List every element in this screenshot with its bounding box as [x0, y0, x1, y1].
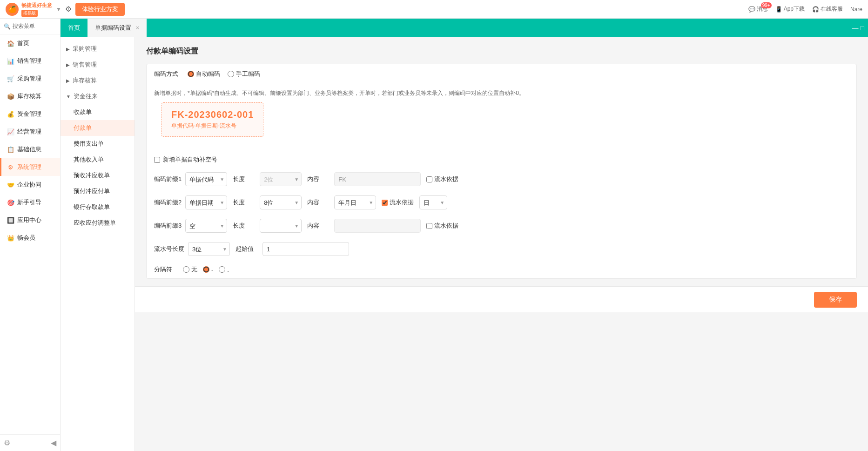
- start-value-input[interactable]: [262, 242, 349, 256]
- sub-group-stock[interactable]: ▶ 库存核算: [61, 73, 135, 88]
- top-bar: 🍊 畅捷通好生意 搭易版 ▼ ⚙ 体验行业方案 💬 消息 99+ 📱 App下载…: [0, 0, 868, 19]
- prefix1-length-label: 长度: [233, 175, 256, 183]
- sidebar-item-home[interactable]: 🏠 首页: [0, 34, 60, 52]
- tab-collapse-button[interactable]: —: [852, 24, 859, 32]
- encode-method-row: 编码方式 自动编码 手工编码: [147, 64, 856, 84]
- sep-none-radio[interactable]: [183, 266, 189, 273]
- manual-encode-radio[interactable]: [228, 71, 234, 77]
- app-center-icon: 🔲: [7, 216, 14, 224]
- auto-fill-checkbox[interactable]: [154, 157, 160, 163]
- tab-home[interactable]: 首页: [61, 19, 87, 37]
- save-button[interactable]: 保存: [814, 292, 857, 308]
- sep-none-option[interactable]: 无: [183, 265, 197, 274]
- serial-row: 流水号长度 3位 4位 5位 ▼ 起始值: [147, 237, 856, 261]
- sub-item-bank-deposit[interactable]: 银行存取款单: [61, 199, 135, 215]
- prefix3-length-select[interactable]: [260, 219, 302, 233]
- tab-expand-button[interactable]: □: [861, 24, 864, 32]
- sub-group-finance[interactable]: ▼ 资金往来: [61, 88, 135, 104]
- sub-item-pre-payment-offset[interactable]: 预付冲应付单: [61, 183, 135, 199]
- tab-encode-settings[interactable]: 单据编码设置 ×: [87, 19, 147, 37]
- prefix2-content-label: 内容: [307, 198, 330, 207]
- message-button[interactable]: 💬 消息 99+: [748, 5, 768, 13]
- guide-icon: 🎯: [7, 199, 14, 206]
- prefix1-serial-label: 流水依据: [434, 175, 458, 183]
- logo-text: 畅捷通好生意 搭易版: [21, 2, 52, 17]
- sep-dot-option[interactable]: .: [219, 266, 229, 273]
- sidebar-item-member[interactable]: 👑 畅会员: [0, 229, 60, 247]
- collapse-sidebar-icon[interactable]: ◀: [51, 438, 56, 447]
- arrow-right-icon: ▶: [66, 62, 70, 67]
- manual-encode-option[interactable]: 手工编码: [228, 70, 260, 78]
- prefix1-length-field: 长度 2位 ▼: [233, 172, 302, 186]
- sidebar-item-finance[interactable]: 💰 资金管理: [0, 105, 60, 123]
- app-download-button[interactable]: 📱 App下载: [775, 5, 805, 13]
- bottom-bar: 保存: [135, 286, 868, 312]
- settings-gear-icon[interactable]: ⚙: [65, 5, 72, 13]
- prefix3-content-field: 内容: [307, 219, 421, 233]
- prefix2-serial-checkbox[interactable]: [382, 200, 388, 206]
- prefix1-select[interactable]: 单据代码 部门 业务员 空: [185, 172, 227, 186]
- arrow-right-icon: ▶: [66, 78, 70, 83]
- prefix1-serial-field: 流水依据: [426, 175, 458, 183]
- sub-item-receipt[interactable]: 收款单: [61, 104, 135, 120]
- prefix2-field: 编码前缀2 单据代码 单据日期 部门 业务员 空 ▼: [154, 195, 227, 209]
- tab-close-icon[interactable]: ×: [136, 25, 139, 31]
- prefix2-length-select[interactable]: 6位 8位: [260, 195, 302, 209]
- sidebar-item-operations[interactable]: 📈 经营管理: [0, 123, 60, 141]
- auto-encode-radio[interactable]: [188, 71, 194, 77]
- finance-icon: 💰: [7, 110, 14, 118]
- online-service-button[interactable]: 🎧 在线客服: [812, 5, 843, 13]
- message-icon: 💬: [748, 6, 755, 13]
- prefix2-select[interactable]: 单据代码 单据日期 部门 业务员 空: [185, 195, 227, 209]
- logo-badge: 搭易版: [21, 10, 38, 17]
- settings-bottom-icon[interactable]: ⚙: [4, 438, 10, 447]
- encode-method-radio-group: 自动编码 手工编码: [188, 70, 260, 78]
- prefix1-field: 编码前缀1 单据代码 部门 业务员 空 ▼: [154, 172, 227, 186]
- prefix3-serial-field: 流水依据: [426, 222, 458, 230]
- sidebar-item-collab[interactable]: 🤝 企业协同: [0, 176, 60, 194]
- sub-item-ar-ap-adjust[interactable]: 应收应付调整单: [61, 215, 135, 231]
- sub-sidebar: ▶ 采购管理 ▶ 销售管理 ▶ 库存核算 ▼ 资金往来 收款单: [61, 37, 135, 451]
- prefix1-length-wrapper: 2位 ▼: [260, 172, 302, 186]
- prefix2-serial-unit-select[interactable]: 日 月 年: [419, 195, 447, 209]
- prefix3-field: 编码前缀3 空 单据代码 单据日期 部门 业务员 ▼: [154, 219, 227, 233]
- expand-arrow[interactable]: ▼: [56, 6, 61, 13]
- sidebar-item-purchase[interactable]: 🛒 采购管理: [0, 70, 60, 88]
- encode-settings-card: 编码方式 自动编码 手工编码: [146, 64, 857, 279]
- search-menu-button[interactable]: 🔍 搜索菜单: [0, 19, 60, 34]
- sep-dash-radio[interactable]: [203, 266, 209, 273]
- sub-item-expense[interactable]: 费用支出单: [61, 136, 135, 152]
- top-bar-controls: ▼ ⚙: [56, 5, 72, 13]
- sidebar-item-sales[interactable]: 📊 销售管理: [0, 52, 60, 70]
- sub-group-purchase[interactable]: ▶ 采购管理: [61, 41, 135, 57]
- separator-row: 分隔符 无 - .: [147, 261, 856, 278]
- member-icon: 👑: [7, 234, 14, 242]
- sep-dash-option[interactable]: -: [203, 266, 213, 273]
- sidebar-item-app-center[interactable]: 🔲 应用中心: [0, 211, 60, 229]
- sidebar-item-system[interactable]: ⚙ 系统管理: [0, 158, 60, 176]
- industry-button[interactable]: 体验行业方案: [75, 3, 125, 16]
- prefix3-select[interactable]: 空 单据代码 单据日期 部门 业务员: [185, 219, 227, 233]
- prefix3-serial-checkbox[interactable]: [426, 223, 432, 229]
- prefix2-content-select[interactable]: 年月日 年月 年: [334, 195, 376, 209]
- sidebar-item-basic-info[interactable]: 📋 基础信息: [0, 141, 60, 158]
- example-desc: 单据代码-单据日期-流水号: [171, 122, 254, 130]
- prefix1-serial-checkbox[interactable]: [426, 176, 432, 182]
- message-count-badge: 99+: [761, 2, 772, 8]
- prefix1-length-select[interactable]: 2位: [260, 172, 302, 186]
- prefix1-content-field: 内容: [307, 172, 421, 186]
- serial-length-select[interactable]: 3位 4位 5位: [188, 242, 230, 256]
- auto-encode-option[interactable]: 自动编码: [188, 70, 220, 78]
- sidebar-item-guide[interactable]: 🎯 新手引导: [0, 194, 60, 211]
- sub-group-sales[interactable]: ▶ 销售管理: [61, 57, 135, 73]
- sub-item-pre-receipt-offset[interactable]: 预收冲应收单: [61, 168, 135, 183]
- arrow-right-icon: ▶: [66, 47, 70, 52]
- sep-dot-radio[interactable]: [219, 266, 225, 273]
- info-text: 新增单据时，*单据编码*自动生成、不可编辑。前缀设置为部门、业务员等档案类，开单…: [147, 84, 856, 102]
- auto-fill-label: 新增单据自动补空号: [163, 155, 217, 164]
- sub-item-other-income[interactable]: 其他收入单: [61, 152, 135, 168]
- sidebar-item-inventory[interactable]: 📦 库存核算: [0, 88, 60, 105]
- purchase-icon: 🛒: [7, 75, 14, 82]
- sub-item-payment[interactable]: 付款单: [61, 120, 135, 136]
- user-avatar[interactable]: Nare: [850, 6, 862, 13]
